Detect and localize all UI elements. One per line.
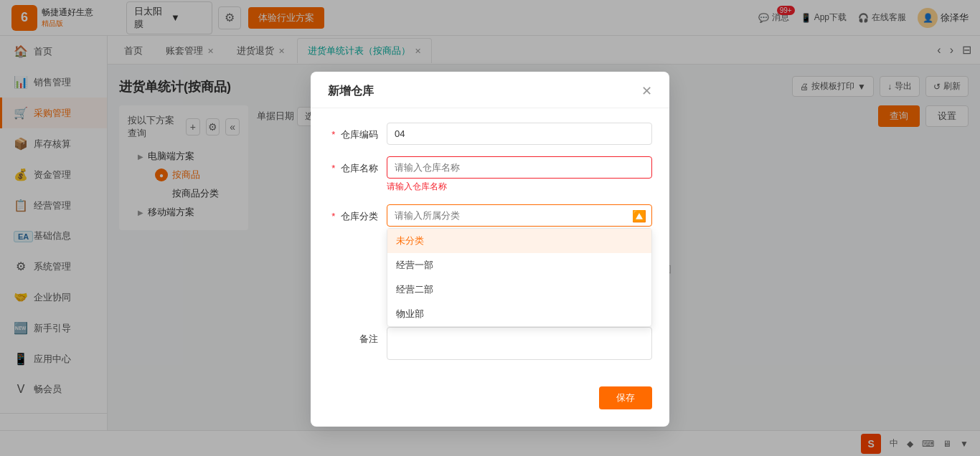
warehouse-code-label: * 仓库编码 <box>328 123 378 141</box>
warehouse-name-row: * 仓库名称 请输入仓库名称 <box>328 156 652 193</box>
chevron-up-icon[interactable]: 🔼 <box>632 209 646 222</box>
modal-close-button[interactable]: ✕ <box>641 83 652 99</box>
dropdown-item-1[interactable]: 经营一部 <box>387 253 651 277</box>
warehouse-note-row: 备注 <box>328 327 652 362</box>
new-warehouse-modal: 新增仓库 ✕ * 仓库编码 * 仓库名称 <box>311 72 669 427</box>
category-dropdown: 未分类 经营一部 经营二部 物业部 <box>387 228 652 327</box>
warehouse-note-label: 备注 <box>328 327 378 346</box>
warehouse-code-input[interactable] <box>387 123 652 145</box>
dropdown-item-2[interactable]: 经营二部 <box>387 277 651 302</box>
warehouse-name-field: 请输入仓库名称 <box>387 156 652 193</box>
modal-overlay[interactable]: 新增仓库 ✕ * 仓库编码 * 仓库名称 <box>0 0 980 456</box>
warehouse-note-input[interactable] <box>387 327 652 360</box>
warehouse-code-row: * 仓库编码 <box>328 123 652 145</box>
dropdown-item-3[interactable]: 物业部 <box>387 302 651 326</box>
warehouse-name-input[interactable] <box>387 156 652 179</box>
modal-footer: 保存 <box>311 381 669 409</box>
category-input-wrap: 🔼 <box>387 204 652 227</box>
warehouse-note-field <box>387 327 652 362</box>
warehouse-category-row: * 仓库分类 🔼 未分类 经营一部 经营二部 物业部 <box>328 204 652 227</box>
modal-body: * 仓库编码 * 仓库名称 请输入仓库名称 <box>311 108 669 381</box>
warehouse-category-field: 🔼 未分类 经营一部 经营二部 物业部 <box>387 204 652 227</box>
dropdown-item-0[interactable]: 未分类 <box>387 229 651 253</box>
warehouse-code-field <box>387 123 652 145</box>
warehouse-category-input[interactable] <box>387 204 652 227</box>
warehouse-name-error: 请输入仓库名称 <box>387 181 652 193</box>
save-button[interactable]: 保存 <box>599 386 652 409</box>
modal-header: 新增仓库 ✕ <box>311 72 669 108</box>
warehouse-name-label: * 仓库名称 <box>328 156 378 175</box>
modal-title: 新增仓库 <box>328 84 374 99</box>
warehouse-category-label: * 仓库分类 <box>328 204 378 223</box>
